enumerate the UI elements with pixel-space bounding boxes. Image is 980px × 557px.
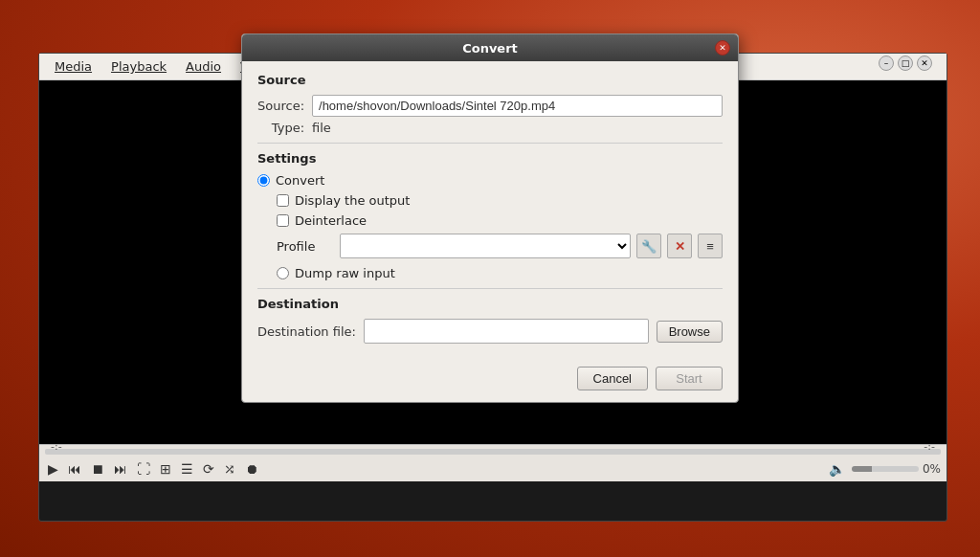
destination-section-title: Destination [257, 297, 723, 311]
convert-radio-row: Convert [257, 173, 723, 188]
dump-radio[interactable] [277, 267, 289, 279]
dest-file-input[interactable] [364, 319, 649, 344]
dump-radio-row: Dump raw input [257, 266, 723, 280]
display-output-label: Display the output [295, 193, 410, 208]
display-output-row: Display the output [257, 193, 723, 208]
profile-select[interactable] [340, 234, 631, 258]
settings-section: Convert Display the output Deinterlace P… [257, 173, 723, 280]
dialog-close-button[interactable]: ✕ [715, 40, 730, 56]
source-grid: Source: Type: file [257, 95, 723, 135]
dump-radio-label: Dump raw input [295, 266, 395, 280]
profile-edit-button[interactable]: 🔧 [636, 234, 661, 258]
convert-dialog: Convert ✕ Source Source: Type: file Sett… [241, 33, 739, 403]
profile-delete-button[interactable]: ✕ [667, 234, 692, 258]
deinterlace-row: Deinterlace [257, 213, 723, 228]
convert-radio-label: Convert [276, 173, 324, 188]
browse-button[interactable]: Browse [657, 321, 723, 343]
dest-file-label: Destination file: [257, 324, 356, 339]
start-button[interactable]: Start [656, 367, 723, 390]
profile-row: Profile 🔧 ✕ ≡ [257, 234, 723, 258]
profile-label: Profile [277, 239, 334, 254]
source-section-title: Source [257, 73, 723, 87]
source-input[interactable] [312, 95, 723, 117]
convert-radio[interactable] [257, 174, 270, 187]
separator-1 [257, 143, 723, 144]
separator-2 [257, 288, 723, 289]
dialog-overlay: Convert ✕ Source Source: Type: file Sett… [0, 0, 980, 557]
type-label: Type: [257, 121, 304, 135]
settings-section-title: Settings [257, 151, 723, 166]
cancel-button[interactable]: Cancel [577, 367, 648, 390]
start-label: Start [676, 371, 702, 386]
profile-list-button[interactable]: ≡ [698, 234, 723, 258]
deinterlace-label: Deinterlace [295, 213, 367, 228]
cancel-label: Cancel [593, 371, 632, 386]
deinterlace-checkbox[interactable] [277, 214, 289, 227]
dialog-body: Source Source: Type: file Settings Conve… [242, 61, 738, 359]
dialog-titlebar: Convert ✕ [242, 34, 738, 61]
source-label: Source: [257, 99, 304, 113]
destination-section: Destination Destination file: Browse [257, 297, 723, 344]
dialog-title: Convert [462, 41, 518, 56]
display-output-checkbox[interactable] [277, 194, 289, 207]
dialog-footer: Cancel Start [242, 359, 738, 402]
destination-row: Destination file: Browse [257, 319, 723, 344]
type-value: file [312, 121, 723, 135]
